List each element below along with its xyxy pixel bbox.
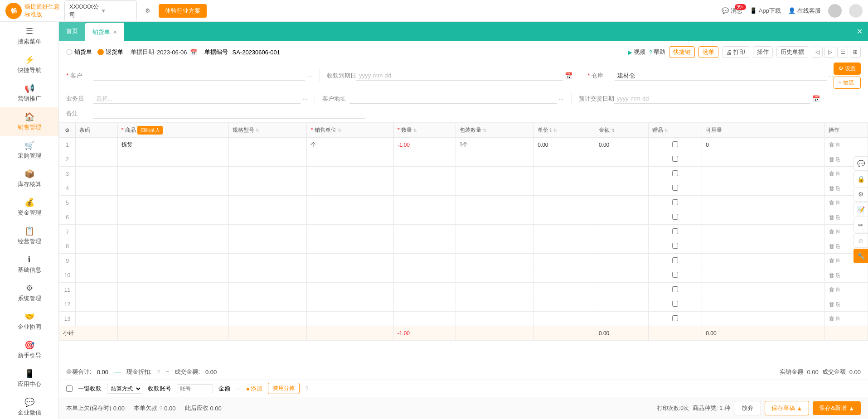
gift-checkbox[interactable] — [672, 141, 678, 147]
sidebar-item-system[interactable]: ⚙ 系统管理 — [0, 279, 58, 307]
copy-row-icon[interactable]: ⎘ — [836, 214, 840, 221]
sidebar-item-wechat[interactable]: 💬 企业微信 — [0, 393, 58, 419]
customer-dots-icon[interactable]: ··· — [307, 72, 312, 79]
expected-calendar-icon[interactable]: 📅 — [812, 95, 820, 102]
tab-bar-close-icon[interactable]: ✕ — [857, 27, 863, 36]
gift-checkbox[interactable] — [672, 315, 678, 321]
gift-checkbox[interactable] — [672, 257, 678, 263]
rf-lock-icon[interactable]: 🔒 — [853, 172, 868, 186]
copy-row-icon[interactable]: ⎘ — [836, 156, 840, 163]
sidebar-item-operation[interactable]: 📋 经营管理 — [0, 222, 58, 250]
gift-checkbox[interactable] — [672, 214, 678, 220]
gift-checkbox[interactable] — [672, 286, 678, 292]
account-input[interactable] — [177, 384, 213, 393]
history-btn[interactable]: 历史单据 — [776, 46, 808, 58]
save-draft-btn[interactable]: 保存草稿 ▲ — [765, 401, 810, 415]
sidebar-item-basic[interactable]: ℹ 基础信息 — [0, 250, 58, 279]
avatar[interactable] — [828, 4, 842, 18]
sidebar-item-purchase[interactable]: 🛒 采购管理 — [0, 136, 58, 164]
delete-row-icon[interactable]: 🗑 — [829, 301, 834, 308]
rf-chat-icon[interactable]: 💬 — [853, 156, 868, 171]
delete-row-icon[interactable]: 🗑 — [829, 141, 834, 148]
delete-row-icon[interactable]: 🗑 — [829, 286, 834, 293]
delete-row-icon[interactable]: 🗑 — [829, 272, 834, 279]
gift-checkbox[interactable] — [672, 228, 678, 234]
tab-sales-order[interactable]: 销货单 ✕ — [85, 23, 124, 42]
salesperson-input[interactable] — [93, 94, 301, 104]
salesperson-dots-icon[interactable]: ··· — [302, 96, 307, 102]
delete-row-icon[interactable]: 🗑 — [829, 199, 834, 206]
avatar2[interactable] — [849, 4, 863, 18]
copy-row-icon[interactable]: ⎘ — [836, 170, 840, 177]
shortcut-btn[interactable]: 快捷键 — [669, 46, 695, 58]
radio-return-order[interactable]: 退货单 — [97, 48, 123, 56]
online-service-btn[interactable]: 👤 在线客服 — [788, 7, 821, 15]
delete-row-icon[interactable]: 🗑 — [829, 156, 834, 163]
expense-btn[interactable]: 费用分摊 — [268, 383, 300, 394]
app-download-btn[interactable]: 📱 App下载 — [750, 7, 781, 15]
gift-checkbox[interactable] — [672, 243, 678, 249]
copy-row-icon[interactable]: ⎘ — [836, 301, 840, 308]
prev-icon[interactable]: ◁ — [812, 47, 823, 58]
help-action[interactable]: ? 帮助 — [649, 48, 665, 56]
gift-checkbox[interactable] — [672, 156, 678, 162]
gift-checkbox[interactable] — [672, 199, 678, 205]
company-select[interactable]: XXXXXX公司 ▾ — [64, 0, 137, 21]
gift-checkbox[interactable] — [672, 301, 678, 307]
copy-row-icon[interactable]: ⎘ — [836, 243, 840, 250]
cash-discount-help-icon[interactable]: ? — [157, 369, 160, 376]
expense-help-icon[interactable]: ? — [305, 385, 308, 392]
sidebar-item-marketing[interactable]: 📢 营销推广 — [0, 79, 58, 107]
owe-help-icon[interactable]: ? — [159, 405, 162, 412]
select-btn[interactable]: 选单 — [698, 46, 718, 58]
ops-btn[interactable]: 操作 — [753, 46, 773, 58]
settlement-method-select[interactable]: 结算方式 — [107, 384, 142, 394]
copy-row-icon[interactable]: ⎘ — [836, 257, 840, 264]
abandon-btn[interactable]: 放弃 — [734, 401, 761, 415]
expected-date-input[interactable] — [614, 94, 810, 104]
customer-addr-dots-icon[interactable]: ··· — [559, 96, 564, 102]
radio-sales-order[interactable]: 销货单 — [66, 48, 92, 56]
remarks-input[interactable] — [93, 109, 365, 119]
delete-row-icon[interactable]: 🗑 — [829, 257, 834, 264]
tab-close-icon[interactable]: ✕ — [113, 29, 117, 35]
date-calendar-icon[interactable]: 📅 — [190, 49, 197, 56]
grid-view-icon[interactable]: ⊞ — [850, 47, 861, 58]
rf-edit-icon[interactable]: ✏ — [853, 218, 868, 232]
sidebar-item-enterprise[interactable]: 🤝 企业协同 — [0, 307, 58, 336]
delete-row-icon[interactable]: 🗑 — [829, 170, 834, 177]
copy-row-icon[interactable]: ⎘ — [836, 199, 840, 206]
copy-row-icon[interactable]: ⎘ — [836, 286, 840, 293]
add-btn[interactable]: ● 添加 — [246, 385, 262, 393]
gift-checkbox[interactable] — [672, 170, 678, 176]
delete-row-icon[interactable]: 🗑 — [829, 185, 834, 192]
rf-star-icon[interactable]: ☆ — [853, 233, 868, 248]
payment-due-input[interactable] — [356, 71, 563, 81]
settings-btn[interactable]: ⚙ 设置 — [834, 63, 861, 75]
delete-row-icon[interactable]: 🗑 — [829, 228, 834, 235]
rf-tool-icon[interactable]: 🔧 — [853, 249, 868, 263]
one-click-payment-checkbox[interactable] — [66, 385, 73, 392]
customer-input[interactable] — [93, 71, 305, 81]
video-action[interactable]: ▶ 视频 — [628, 48, 645, 56]
customer-addr-input[interactable] — [349, 94, 557, 104]
warehouse-dots-icon[interactable]: ··· — [829, 72, 834, 79]
copy-row-icon[interactable]: ⎘ — [836, 185, 840, 192]
warehouse-input[interactable]: 建材仓 — [615, 71, 826, 81]
sidebar-item-appcenter[interactable]: 📱 应用中心 — [0, 364, 58, 393]
copy-row-icon[interactable]: ⎘ — [836, 228, 840, 235]
sidebar-item-search[interactable]: ☰ 搜索菜单 — [0, 22, 58, 50]
trial-btn[interactable]: 体验行业方案 — [159, 4, 207, 18]
next-icon[interactable]: ▷ — [824, 47, 835, 58]
gift-checkbox[interactable] — [672, 185, 678, 191]
copy-row-icon[interactable]: ⎘ — [836, 272, 840, 279]
gift-checkbox[interactable] — [672, 272, 678, 278]
sidebar-item-quick-nav[interactable]: ⚡ 快捷导航 — [0, 50, 58, 79]
save-new-btn[interactable]: 保存&新增 ▲ — [813, 401, 861, 415]
rf-note-icon[interactable]: 📝 — [853, 202, 868, 217]
payment-calendar-icon[interactable]: 📅 — [565, 72, 572, 79]
rf-settings-icon[interactable]: ⚙ — [853, 187, 868, 202]
tab-home[interactable]: 首页 — [59, 22, 85, 41]
scan-btn[interactable]: 扫码录入 — [137, 126, 163, 135]
sidebar-item-inventory[interactable]: 📦 库存核算 — [0, 164, 58, 193]
